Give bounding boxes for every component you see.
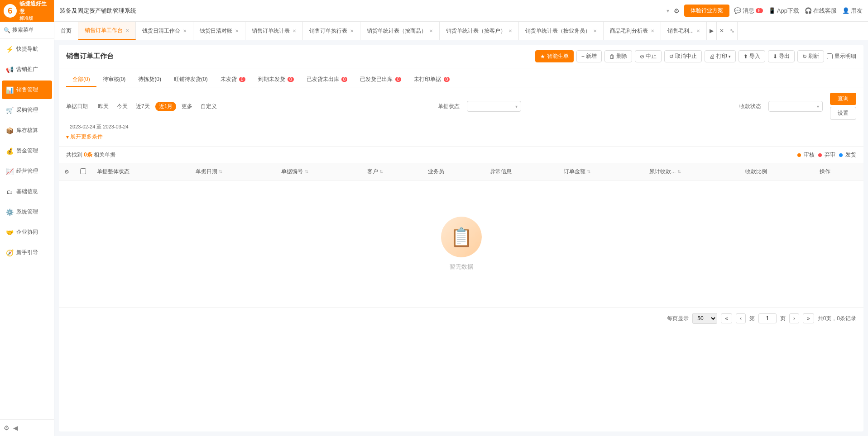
collection-select[interactable] [768,101,823,112]
sidebar-item-finance[interactable]: 💰 资金管理 [2,142,52,160]
sidebar-item-guide[interactable]: 🧭 新手引导 [2,243,52,262]
page-number-input[interactable] [758,313,777,323]
cancel-review-action-btn[interactable]: 弃审 [818,151,835,159]
col-bill-no[interactable]: 单据编号 ⇅ [276,163,361,180]
tab-sales-staff-close[interactable]: ✕ [593,28,597,33]
tab-restore-btn[interactable]: ⤡ [727,22,738,40]
show-detail-label[interactable]: 显示明细 [827,52,856,60]
delete-btn[interactable]: 🗑 删除 [604,50,632,62]
expand-filter-btn[interactable]: ▾ 展开更多条件 [66,133,103,141]
industry-solution-btn[interactable]: 体验行业方案 [684,5,729,17]
subtab-shipped-not-out[interactable]: 已发货未出库 0 [300,73,354,87]
tab-close-all-btn[interactable]: ✕ [717,22,727,40]
page-size-select[interactable]: 50 10 20 100 [692,313,717,324]
date-option-7days[interactable]: 近7天 [133,102,153,111]
tab-sales-more[interactable]: 销售毛利... ✕ [661,22,707,40]
dropdown-arrow-icon[interactable]: ▾ [667,8,669,14]
sidebar-item-marketing[interactable]: 📢 营销推广 [2,60,52,79]
col-collected[interactable]: 累计收款... ⇅ [644,163,740,180]
refresh-btn[interactable]: ↻ 刷新 [797,50,824,62]
pause-btn[interactable]: ⊘ 中止 [635,50,662,62]
subtab-pending-review[interactable]: 待审核(0) [96,73,132,87]
settings-icon[interactable]: ⚙ [674,7,680,14]
filter-settings-btn[interactable]: 设置 [830,107,856,120]
subtab-pending-inspect[interactable]: 待拣货(0) [132,73,168,87]
settings-footer-btn[interactable]: ⚙ [4,424,10,431]
tab-cash-daily[interactable]: 钱货日清工作台 ✕ [136,22,193,40]
next-page-btn[interactable]: › [789,313,799,323]
tab-sales-more-close[interactable]: ✕ [696,28,700,33]
cancel-pause-btn[interactable]: ↺ 取消中止 [664,50,702,62]
subtab-overdue-not-shipped[interactable]: 到期未发货 0 [252,73,300,87]
col-exception[interactable]: 异常信息 [484,163,559,180]
import-btn[interactable]: ⬆ 导入 [739,50,765,62]
online-service-btn[interactable]: 🎧 在线客服 [805,7,837,15]
tab-product-margin-close[interactable]: ✕ [651,28,654,33]
tab-cash-reconcile-close[interactable]: ✕ [235,28,239,33]
app-download-btn[interactable]: 📱 App下载 [768,7,799,15]
date-option-more[interactable]: 更多 [179,102,195,111]
date-option-today[interactable]: 今天 [114,102,130,111]
tab-sales-stat-close[interactable]: ✕ [293,28,296,33]
date-option-1month[interactable]: 近1月 [155,102,177,111]
tab-cash-reconcile[interactable]: 钱货日清对账 ✕ [193,22,245,40]
tab-product-margin-label: 商品毛利分析表 [610,27,648,35]
tab-sales-customer-close[interactable]: ✕ [508,28,512,33]
col-collection-ratio[interactable]: 收款比例 [740,163,814,180]
last-page-btn[interactable]: » [803,313,814,323]
tab-sales-product-close[interactable]: ✕ [429,28,433,33]
col-checkbox[interactable] [75,163,91,180]
sidebar-item-search[interactable]: 🔍 搜索菜单 [0,22,54,39]
tab-home[interactable]: 首页 [54,22,78,40]
col-settings[interactable]: ⚙ [59,163,75,180]
tab-sales-customer[interactable]: 销货单统计表（按客户） ✕ [440,22,519,40]
col-bill-date[interactable]: 单据日期 ⇅ [190,163,276,180]
subtab-not-shipped[interactable]: 未发货 0 [214,73,252,87]
sidebar-item-purchase[interactable]: 🛒 采购管理 [2,101,52,119]
user-avatar-btn[interactable]: 👤 用友 [842,7,863,15]
smart-create-btn[interactable]: ★ 智能生单 [535,50,574,62]
tab-product-margin[interactable]: 商品毛利分析表 ✕ [604,22,661,40]
sidebar-item-quicknav[interactable]: ⚡ 快捷导航 [2,40,52,58]
subtab-all[interactable]: 全部(0) [66,73,96,87]
col-order-amount[interactable]: 订单金额 ⇅ [558,163,644,180]
prev-page-btn[interactable]: ‹ [736,313,746,323]
collapse-sidebar-btn[interactable]: ◀ [13,424,18,431]
sidebar-item-operation[interactable]: 📈 经营管理 [2,162,52,180]
tab-sales-stat[interactable]: 销售订单统计表 ✕ [245,22,303,40]
review-action-btn[interactable]: 审核 [797,151,815,159]
subtab-wangpu[interactable]: 旺铺待发货(0) [168,73,214,87]
date-option-custom[interactable]: 自定义 [198,102,220,111]
tab-scroll-right-btn[interactable]: ▶ [707,22,717,40]
tab-sales-workbench[interactable]: 销售订单工作台 ✕ [78,22,136,40]
subtab-not-printed[interactable]: 未打印单据 0 [408,73,456,87]
message-btn[interactable]: 💬 消息 6 [734,7,763,15]
col-bill-status[interactable]: 单据整体状态 [91,163,190,180]
col-customer[interactable]: 客户 ⇅ [362,163,423,180]
tab-sales-exec-close[interactable]: ✕ [350,28,354,33]
tab-cash-daily-close[interactable]: ✕ [183,28,187,33]
sidebar-item-system[interactable]: ⚙️ 系统管理 [2,203,52,221]
sidebar-item-enterprise[interactable]: 🤝 企业协同 [2,223,52,242]
tab-sales-staff[interactable]: 销货单统计表（按业务员） ✕ [519,22,604,40]
export-btn[interactable]: ⬇ 导出 [768,50,795,62]
page-header: 销售订单工作台 ★ 智能生单 + 新增 🗑 删除 ⊘ [59,45,863,68]
add-btn[interactable]: + 新增 [576,50,602,62]
tab-sales-exec[interactable]: 销售订单执行表 ✕ [303,22,360,40]
ship-action-btn[interactable]: 发货 [839,151,856,159]
show-detail-checkbox[interactable] [827,53,833,59]
print-btn[interactable]: 🖨 打印 ▾ [705,50,736,62]
tab-sales-product[interactable]: 销货单统计表（按商品） ✕ [360,22,440,40]
tab-sales-workbench-close[interactable]: ✕ [125,28,129,33]
subtab-shipped-out[interactable]: 已发货已出库 0 [354,73,408,87]
tab-sales-customer-label: 销货单统计表（按客户） [446,27,506,35]
status-select[interactable] [467,101,521,112]
sidebar-item-inventory[interactable]: 📦 库存核算 [2,121,52,140]
date-option-yesterday[interactable]: 昨天 [95,102,111,111]
select-all-checkbox[interactable] [80,168,86,174]
sidebar-item-basicinfo[interactable]: 🗂 基础信息 [2,182,52,201]
first-page-btn[interactable]: « [721,313,732,323]
col-salesperson[interactable]: 业务员 [422,163,484,180]
query-btn[interactable]: 查询 [830,93,856,105]
sidebar-item-sales[interactable]: 📊 销售管理 [2,81,52,99]
